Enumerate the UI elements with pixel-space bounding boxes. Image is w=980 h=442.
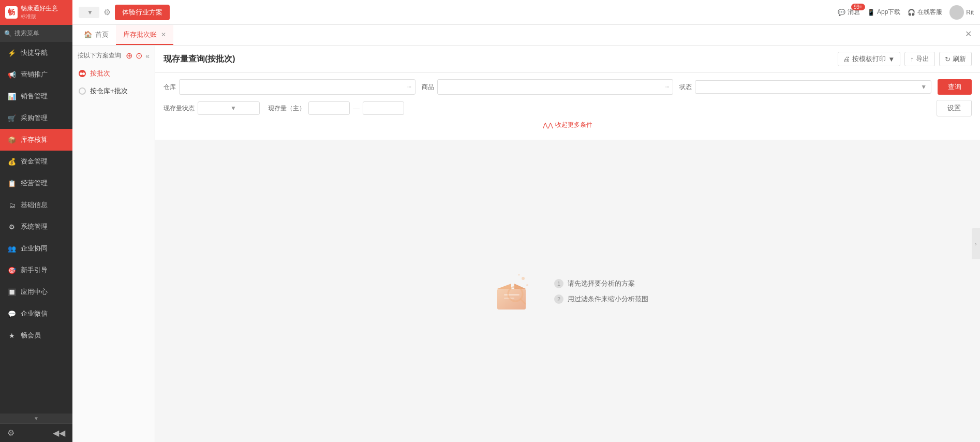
svg-rect-3 xyxy=(504,294,519,296)
settings-icon[interactable]: ⚙ xyxy=(7,428,14,438)
filter-option-by-batch[interactable]: 按批次 xyxy=(72,65,155,82)
breadcrumb: ▼ xyxy=(79,7,99,18)
filter-panel: 按以下方案查询 ⊕ ⊙ « 按批次 按仓库+批次 xyxy=(72,46,155,442)
app-download-button[interactable]: 📱 App下载 xyxy=(867,8,900,17)
qty-dash: — xyxy=(353,105,360,112)
sidebar-item-system[interactable]: ⚙ 系统管理 xyxy=(0,216,72,238)
sidebar-item-enterprise[interactable]: 👥 企业协同 xyxy=(0,238,72,259)
download-icon: 📱 xyxy=(867,9,875,16)
stock-status-select[interactable]: ▼ xyxy=(198,101,260,115)
page-title: 现存量查询(按批次) xyxy=(164,54,235,65)
stock-status-chevron-icon: ▼ xyxy=(230,105,255,112)
svg-point-7 xyxy=(518,274,520,275)
warehouse-label: 仓库 xyxy=(164,83,176,92)
main-close-button[interactable]: ✕ xyxy=(965,29,972,39)
topbar-gear-icon[interactable]: ⚙ xyxy=(103,7,111,17)
sidebar-item-label: 应用中心 xyxy=(21,287,48,297)
sidebar-item-member[interactable]: ★ 畅会员 xyxy=(0,325,72,346)
sidebar-item-label: 系统管理 xyxy=(21,222,48,231)
svg-point-6 xyxy=(526,284,528,286)
tab-inventory-batch[interactable]: 库存批次账 ✕ xyxy=(116,25,173,45)
product-input[interactable]: ··· xyxy=(437,79,674,95)
query-button[interactable]: 查询 xyxy=(938,79,972,95)
sidebar-item-finance[interactable]: 💰 资金管理 xyxy=(0,151,72,172)
radio-by-warehouse-batch xyxy=(79,87,86,95)
sidebar-item-basic[interactable]: 🗂 基础信息 xyxy=(0,194,72,216)
marketing-icon: 📢 xyxy=(7,70,17,79)
stock-qty-min-input[interactable] xyxy=(308,101,350,115)
collapse-more-button[interactable]: ⋀⋀ 收起更多条件 xyxy=(164,116,972,134)
sidebar-item-operations[interactable]: 📋 经营管理 xyxy=(0,172,72,194)
empty-tip-2: 2 用过滤条件来缩小分析范围 xyxy=(554,294,648,304)
sidebar-item-label: 资金管理 xyxy=(21,157,48,166)
inventory-icon: 📦 xyxy=(7,135,17,144)
filter-row-2: 现存量状态 ▼ 现存量（主） — 设置 xyxy=(164,100,972,116)
main-area: ▼ ⚙ 体验行业方案 💬 消息 99+ 📱 App下载 🎧 在线客服 Rit xyxy=(72,0,980,442)
product-label: 商品 xyxy=(422,83,434,92)
filter-panel-title: 按以下方案查询 xyxy=(78,51,121,60)
app-center-icon: 🔲 xyxy=(7,287,17,297)
stock-qty-field: 现存量（主） — xyxy=(268,101,404,115)
filter-option-by-warehouse-batch[interactable]: 按仓库+批次 xyxy=(72,82,155,100)
collapse-filter-icon[interactable]: « xyxy=(145,52,150,60)
settings-filter-icon[interactable]: ⊙ xyxy=(136,51,142,61)
topbar-right: 💬 消息 99+ 📱 App下载 🎧 在线客服 Rit xyxy=(838,5,974,20)
sidebar-search[interactable]: 🔍 搜索菜单 xyxy=(0,25,72,42)
empty-tip-1: 1 请先选择要分析的方案 xyxy=(554,279,648,288)
warehouse-input[interactable]: ··· xyxy=(179,79,415,95)
wechat-icon: 💬 xyxy=(7,309,17,318)
refresh-button[interactable]: ↻ 刷新 xyxy=(939,52,972,66)
stock-status-label: 现存量状态 xyxy=(164,104,195,113)
sidebar-item-label: 营销推广 xyxy=(21,70,48,79)
sidebar-item-marketing[interactable]: 📢 营销推广 xyxy=(0,64,72,85)
sidebar-item-label: 快捷导航 xyxy=(21,48,48,57)
sidebar-item-wechat[interactable]: 💬 企业微信 xyxy=(0,303,72,325)
empty-content: 1 请先选择要分析的方案 2 用过滤条件来缩小分析范围 xyxy=(487,266,648,317)
refresh-icon: ↻ xyxy=(945,55,951,63)
search-filters: 仓库 ··· 商品 ··· xyxy=(155,73,980,140)
sidebar-item-app-center[interactable]: 🔲 应用中心 xyxy=(0,281,72,303)
tab-close-icon[interactable]: ✕ xyxy=(161,31,166,38)
status-select[interactable]: ▼ xyxy=(695,80,931,94)
collapse-icon[interactable]: ◀◀ xyxy=(53,428,65,438)
finance-icon: 💰 xyxy=(7,157,17,166)
status-field: 状态 ▼ xyxy=(679,80,931,94)
tab-inventory-label: 库存批次账 xyxy=(123,30,157,39)
print-label: 按模板打印 xyxy=(852,54,886,64)
sidebar-scroll-down[interactable]: ▼ xyxy=(0,414,72,423)
sidebar-item-purchase[interactable]: 🛒 采购管理 xyxy=(0,107,72,129)
tab-home-label: 首页 xyxy=(95,30,109,39)
tip-num-2: 2 xyxy=(554,294,563,304)
page-header: 现存量查询(按批次) 🖨 按模板打印 ▼ ↑ 导出 ↻ 刷新 xyxy=(155,46,980,73)
filter-panel-icons: ⊕ ⊙ « xyxy=(126,51,150,61)
sidebar-item-sales[interactable]: 📊 销售管理 xyxy=(0,85,72,107)
sidebar-item-label: 基础信息 xyxy=(21,200,48,210)
stock-qty-max-input[interactable] xyxy=(363,101,404,115)
print-button[interactable]: 🖨 按模板打印 ▼ xyxy=(838,52,900,66)
tab-home[interactable]: 🏠 首页 xyxy=(77,25,116,45)
tip-num-1: 1 xyxy=(554,279,563,288)
export-label: 导出 xyxy=(916,54,929,64)
trial-button[interactable]: 体验行业方案 xyxy=(115,5,170,20)
sidebar-item-quicknav[interactable]: ⚡ 快捷导航 xyxy=(0,42,72,64)
user-profile-button[interactable]: Rit xyxy=(949,5,974,20)
online-service-button[interactable]: 🎧 在线客服 xyxy=(908,8,942,17)
sales-icon: 📊 xyxy=(7,92,17,101)
sidebar: 畅 畅康通好生意 标准版 🔍 搜索菜单 ⚡ 快捷导航 📢 营销推广 📊 销售管理… xyxy=(0,0,72,442)
avatar xyxy=(949,5,964,20)
sidebar-header: 畅 畅康通好生意 标准版 xyxy=(0,0,72,25)
add-icon[interactable]: ⊕ xyxy=(126,51,132,61)
settings-button[interactable]: 设置 xyxy=(937,100,972,116)
print-icon: 🖨 xyxy=(843,55,850,63)
tabbar: 🏠 首页 库存批次账 ✕ ✕ xyxy=(72,25,980,46)
export-button[interactable]: ↑ 导出 xyxy=(904,52,935,66)
right-panel-toggle[interactable]: › xyxy=(972,228,980,259)
filter-by-warehouse-batch-label: 按仓库+批次 xyxy=(90,86,128,96)
empty-tips: 1 请先选择要分析的方案 2 用过滤条件来缩小分析范围 xyxy=(554,279,648,304)
collapse-up-icon: ⋀⋀ xyxy=(543,122,553,129)
breadcrumb-chevron-icon: ▼ xyxy=(87,9,93,16)
messages-button[interactable]: 💬 消息 99+ xyxy=(838,8,860,17)
sidebar-item-newbie[interactable]: 🎯 新手引导 xyxy=(0,259,72,281)
sidebar-item-inventory[interactable]: 📦 库存核算 xyxy=(0,129,72,151)
newbie-icon: 🎯 xyxy=(7,266,17,275)
